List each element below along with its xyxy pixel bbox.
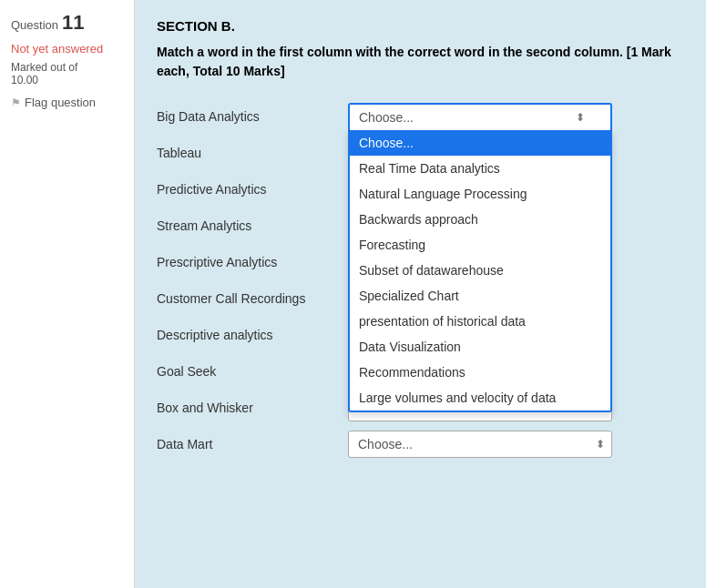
label-stream: Stream Analytics xyxy=(157,218,348,233)
label-box-whisker: Box and Whisker xyxy=(157,400,348,415)
label-customer-call: Customer Call Recordings xyxy=(157,291,348,306)
label-goal-seek: Goal Seek xyxy=(157,364,348,379)
question-number: 11 xyxy=(62,11,84,35)
flag-question-button[interactable]: ⚑ Flag question xyxy=(11,96,123,109)
question-label: Question xyxy=(11,18,58,32)
dropdown-big-data[interactable]: Choose... ⬍ Choose... Real Time Data ana… xyxy=(348,103,612,130)
flag-question-label: Flag question xyxy=(25,96,96,109)
dropdown-item-subset[interactable]: Subset of datawarehouse xyxy=(350,258,610,283)
chevron-down-icon: ⬍ xyxy=(576,111,585,124)
dropdown-item-choose[interactable]: Choose... xyxy=(350,130,610,156)
label-prescriptive: Prescriptive Analytics xyxy=(157,255,348,269)
dropdown-item-realtime[interactable]: Real Time Data analytics xyxy=(350,156,610,181)
dropdown-trigger-big-data[interactable]: Choose... ⬍ xyxy=(348,103,612,130)
main-content: SECTION B. Match a word in the first col… xyxy=(135,0,706,588)
select-data-mart[interactable]: Choose... Real Time Data analytics Natur… xyxy=(348,431,612,458)
select-data-mart-input[interactable]: Choose... Real Time Data analytics Natur… xyxy=(348,431,612,458)
dropdown-item-recommendations[interactable]: Recommendations xyxy=(350,360,610,385)
not-answered-status: Not yet answered xyxy=(11,42,123,56)
dropdown-item-backwards[interactable]: Backwards approach xyxy=(350,207,610,232)
instruction-text: Match a word in the first column with th… xyxy=(157,43,684,81)
section-title: SECTION B. xyxy=(157,18,684,34)
label-tableau: Tableau xyxy=(157,146,348,160)
match-row-data-mart: Data Mart Choose... Real Time Data analy… xyxy=(157,431,684,458)
label-predictive: Predictive Analytics xyxy=(157,182,348,197)
dropdown-item-large-volumes[interactable]: Large volumes and velocity of data xyxy=(350,385,610,411)
dropdown-item-data-viz[interactable]: Data Visualization xyxy=(350,334,610,360)
dropdown-item-specialized-chart[interactable]: Specialized Chart xyxy=(350,283,610,309)
label-data-mart: Data Mart xyxy=(157,437,348,451)
dropdown-item-presentation[interactable]: presentation of historical data xyxy=(350,309,610,334)
dropdown-item-forecasting[interactable]: Forecasting xyxy=(350,232,610,258)
dropdown-trigger-text: Choose... xyxy=(359,110,414,125)
label-big-data: Big Data Analytics xyxy=(157,109,348,124)
sidebar: Question 11 Not yet answered Marked out … xyxy=(0,0,135,588)
match-row-big-data: Big Data Analytics Choose... ⬍ Choose...… xyxy=(157,103,684,130)
dropdown-item-nlp[interactable]: Natural Language Processing xyxy=(350,181,610,207)
flag-icon: ⚑ xyxy=(11,96,21,109)
marked-out: Marked out of 10.00 xyxy=(11,61,123,86)
dropdown-list-big-data: Choose... Real Time Data analytics Natur… xyxy=(348,130,612,412)
label-descriptive: Descriptive analytics xyxy=(157,328,348,342)
